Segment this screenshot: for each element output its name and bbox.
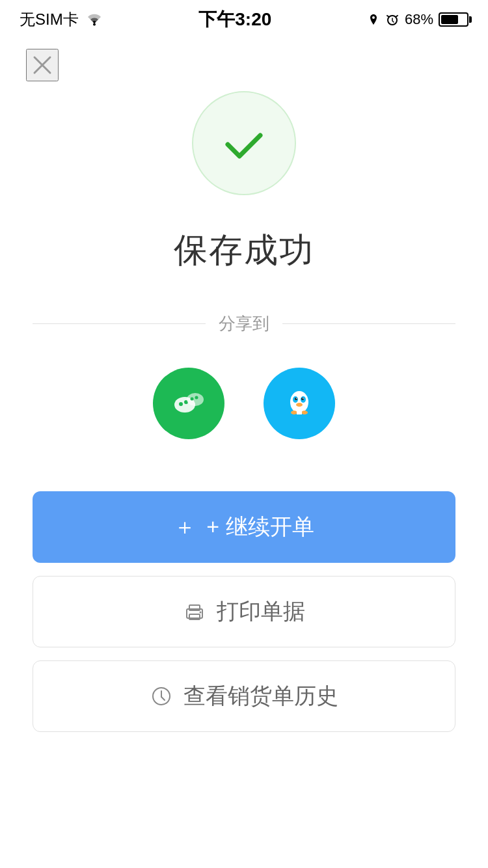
wechat-icon <box>168 383 210 425</box>
svg-point-16 <box>301 398 304 400</box>
continue-order-button[interactable]: ＋ + 继续开单 <box>33 491 455 563</box>
divider-left <box>33 323 206 324</box>
svg-point-17 <box>296 398 297 399</box>
svg-point-21 <box>301 411 308 414</box>
clock-icon <box>150 685 173 708</box>
qq-share-button[interactable] <box>264 368 335 439</box>
status-right: 68% <box>367 11 468 28</box>
status-bar: 无SIM卡 下午3:20 68% <box>0 0 488 39</box>
svg-point-8 <box>190 397 193 400</box>
success-icon-container <box>192 91 296 195</box>
svg-rect-22 <box>297 411 302 414</box>
battery-icon-container <box>439 12 468 27</box>
print-receipt-label: 打印单据 <box>217 597 305 627</box>
svg-point-7 <box>187 393 204 406</box>
svg-point-20 <box>291 411 297 414</box>
alarm-icon <box>385 12 400 27</box>
battery-fill <box>441 15 458 24</box>
success-title: 保存成功 <box>174 228 314 273</box>
status-time: 下午3:20 <box>198 7 271 32</box>
share-icons <box>153 368 335 439</box>
svg-point-18 <box>303 398 304 399</box>
battery-text: 68% <box>405 11 433 28</box>
view-history-label: 查看销货单历史 <box>183 681 338 711</box>
svg-point-15 <box>295 398 297 400</box>
actions-section: ＋ + 继续开单 打印单据 查看销货单历史 <box>0 491 488 732</box>
continue-order-icon: ＋ <box>174 512 196 542</box>
printer-icon <box>183 600 206 623</box>
share-divider: 分享到 <box>0 312 488 335</box>
print-receipt-button[interactable]: 打印单据 <box>33 576 455 647</box>
view-history-button[interactable]: 查看销货单历史 <box>33 660 455 732</box>
wechat-share-button[interactable] <box>153 368 224 439</box>
svg-point-26 <box>200 612 202 614</box>
close-icon <box>32 55 53 75</box>
svg-point-0 <box>93 23 96 26</box>
svg-point-5 <box>179 402 183 406</box>
qq-icon <box>278 383 321 425</box>
location-icon <box>367 13 380 26</box>
svg-point-19 <box>296 403 303 407</box>
status-left: 无SIM卡 <box>20 9 103 30</box>
main-content: 保存成功 分享到 <box>0 39 488 732</box>
svg-point-9 <box>195 396 198 399</box>
continue-order-label: + 继续开单 <box>206 512 314 542</box>
divider-right <box>282 323 455 324</box>
carrier-text: 无SIM卡 <box>20 9 79 30</box>
close-button[interactable] <box>26 49 59 81</box>
wifi-icon <box>85 13 103 26</box>
battery-icon <box>439 12 468 27</box>
share-section: 分享到 <box>0 312 488 439</box>
checkmark-icon <box>218 117 270 169</box>
share-label: 分享到 <box>206 312 282 335</box>
